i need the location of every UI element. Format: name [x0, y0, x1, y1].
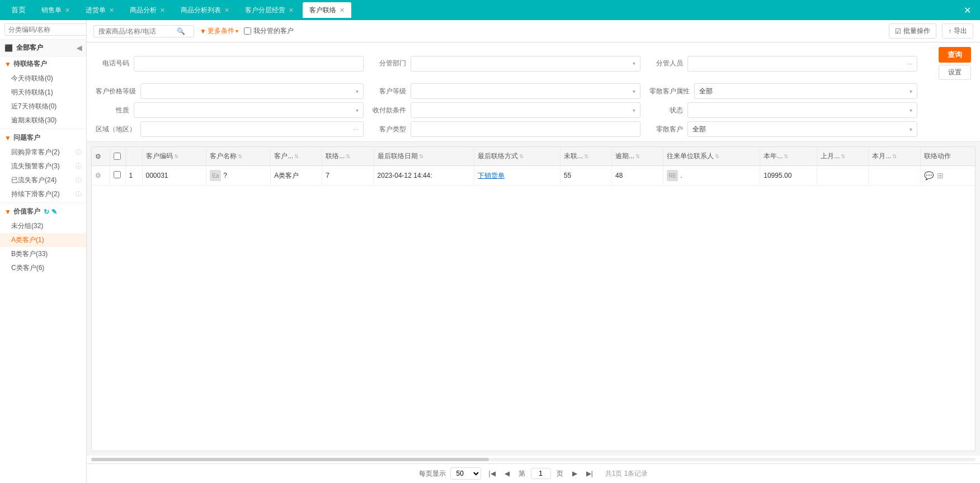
customer-level-select[interactable]: ▾	[411, 83, 640, 99]
scrollbar-thumb[interactable]	[91, 458, 489, 461]
top-nav: 首页 销售单 ✕ 进货单 ✕ 商品分析 ✕ 商品分析列表 ✕ 客户分层经营 ✕ …	[0, 0, 980, 20]
sidebar-item-class-a[interactable]: A类客户(1)	[0, 233, 86, 247]
col-overdue[interactable]: 逾期... ⇅	[612, 147, 663, 166]
phone-input[interactable]	[134, 56, 364, 72]
sidebar-collapse-icon[interactable]: ◀	[77, 44, 82, 52]
col-last-date[interactable]: 最后联络日期 ⇅	[374, 147, 474, 166]
sidebar-item-churn-warning[interactable]: 流失预警客户(3) ⓘ	[0, 159, 86, 173]
sidebar-item-class-c[interactable]: C类客户(6)	[0, 261, 86, 275]
contact-sort-icon: ⇅	[346, 153, 350, 159]
my-customers-checkbox[interactable]	[244, 27, 251, 35]
sidebar-search-input[interactable]	[4, 23, 87, 36]
nav-tab-customer-contact[interactable]: 客户联络 ✕	[303, 2, 351, 18]
page-number-input[interactable]	[531, 468, 551, 479]
close-customer-contact-tab[interactable]: ✕	[340, 7, 345, 14]
row-contact-cell: 7	[322, 166, 374, 186]
status-select[interactable]: ▾	[687, 102, 917, 118]
query-button[interactable]: 查询	[939, 47, 971, 63]
first-page-button[interactable]: |◀	[486, 468, 499, 479]
last-date-sort-icon: ⇅	[419, 153, 423, 159]
payment-select[interactable]: ▾	[411, 102, 640, 118]
sidebar-item-class-b[interactable]: B类客户(33)	[0, 247, 86, 261]
sidebar-section-problem[interactable]: ▼ 问题客户	[0, 130, 86, 145]
row-last-method-cell[interactable]: 下销货单	[474, 166, 560, 186]
filter-search-input[interactable]	[98, 27, 177, 35]
retail-attr-select[interactable]: 全部 ▾	[694, 83, 917, 99]
customer-type-input[interactable]	[411, 121, 640, 137]
manager-input[interactable]: ···	[687, 56, 917, 72]
customer-level-arrow: ▾	[633, 88, 635, 94]
row-checkbox[interactable]	[114, 171, 121, 178]
filter-search-box[interactable]: 🔍	[93, 25, 194, 37]
prev-page-button[interactable]: ◀	[501, 468, 513, 479]
page-suffix: 页	[553, 468, 567, 480]
sidebar-group-header[interactable]: ⬛ 全部客户 ◀	[0, 40, 86, 56]
sidebar-item-overdue[interactable]: 逾期未联络(30)	[0, 113, 86, 127]
filter-search-icon[interactable]: 🔍	[177, 27, 185, 35]
col-this-year[interactable]: 本年... ⇅	[760, 147, 817, 166]
col-unit-contact[interactable]: 往来单位联系人 ⇅	[663, 147, 760, 166]
sidebar-item-today[interactable]: 今天待联络(0)	[0, 72, 86, 86]
col-this-month[interactable]: 本月... ⇅	[869, 147, 920, 166]
close-customer-mgr-tab[interactable]: ✕	[289, 7, 294, 14]
sidebar: 🔍 ⬛ 全部客户 ◀ ▼ 待联络客户 今天待联络(0) 明天待联络(1) 近7天…	[0, 20, 87, 483]
next-page-button[interactable]: ▶	[569, 468, 581, 479]
select-all-checkbox[interactable]	[114, 153, 121, 160]
nature-select[interactable]: ▾	[134, 102, 364, 118]
gear-icon[interactable]: ⚙	[95, 153, 101, 160]
sidebar-item-tomorrow[interactable]: 明天待联络(1)	[0, 86, 86, 100]
col-checkbox[interactable]	[110, 147, 125, 166]
chat-action-icon[interactable]: 💬	[924, 171, 934, 180]
sidebar-section-value[interactable]: ▼ 价值客户 ↻ ✎	[0, 204, 86, 219]
scrollbar-track[interactable]	[91, 458, 976, 461]
close-analysis-tab[interactable]: ✕	[160, 7, 165, 14]
row-name-cell[interactable]: Ea ?	[206, 166, 271, 186]
last-method-link[interactable]: 下销货单	[478, 172, 505, 179]
per-page-select[interactable]: 50 100 200	[450, 467, 481, 480]
sidebar-item-abnormal[interactable]: 回购异常客户(2) ⓘ	[0, 145, 86, 159]
grid-action-icon[interactable]: ⊞	[937, 171, 944, 180]
nav-tab-analysis-list[interactable]: 商品分析列表 ✕	[174, 2, 236, 18]
last-page-button[interactable]: ▶|	[583, 468, 596, 479]
batch-operations-button[interactable]: ☑ 批量操作	[889, 23, 936, 39]
sidebar-section-pending[interactable]: ▼ 待联络客户	[0, 56, 86, 72]
row-gear-cell[interactable]: ⚙	[92, 166, 110, 186]
price-level-select[interactable]: ▾	[140, 83, 364, 99]
nav-tab-sales[interactable]: 销售单 ✕	[35, 2, 77, 18]
window-close-button[interactable]: ✕	[959, 5, 976, 16]
col-last-method[interactable]: 最后联络方式 ⇅	[474, 147, 560, 166]
row-this-year-cell: 10995.00	[760, 166, 817, 186]
sidebar-item-7days[interactable]: 近7天待联络(0)	[0, 100, 86, 113]
table-row: ⚙ 1 000031 Ea ? A类客户 7	[92, 166, 975, 186]
sidebar-item-churned[interactable]: 已流失客户(24) ⓘ	[0, 173, 86, 187]
value-edit-icon[interactable]: ✎	[51, 208, 57, 216]
filter-more-button[interactable]: ▼ 更多条件 ▾	[200, 26, 238, 36]
col-last-month[interactable]: 上月... ⇅	[817, 147, 869, 166]
filter-my-customers[interactable]: 我分管的客户	[244, 26, 294, 36]
close-sales-tab[interactable]: ✕	[65, 7, 70, 14]
nature-arrow: ▾	[356, 107, 359, 113]
col-no-contact[interactable]: 未联... ⇅	[560, 147, 611, 166]
customer-avatar: Ea	[210, 170, 221, 181]
sidebar-item-declining[interactable]: 持续下滑客户(2) ⓘ	[0, 187, 86, 201]
close-analysis-list-tab[interactable]: ✕	[224, 7, 229, 14]
dept-select[interactable]: ▾	[411, 56, 640, 72]
row-checkbox-cell[interactable]	[110, 166, 125, 186]
col-name[interactable]: 客户名称 ⇅	[206, 147, 271, 166]
col-code[interactable]: 客户编码 ⇅	[142, 147, 206, 166]
retail-customer-select[interactable]: 全部 ▾	[687, 121, 917, 137]
nav-tab-purchase[interactable]: 进货单 ✕	[79, 2, 121, 18]
setting-button[interactable]: 设置	[939, 65, 971, 80]
col-contact[interactable]: 联络... ⇅	[322, 147, 374, 166]
region-input[interactable]: ···	[140, 121, 364, 137]
value-refresh-icon[interactable]: ↻	[44, 208, 49, 216]
horizontal-scrollbar[interactable]	[87, 456, 980, 463]
export-button[interactable]: ↑ 导出	[942, 23, 973, 39]
nav-tab-analysis[interactable]: 商品分析 ✕	[123, 2, 172, 18]
nav-tab-home[interactable]: 首页	[4, 3, 32, 17]
col-gear[interactable]: ⚙	[92, 147, 110, 166]
sidebar-item-ungrouped[interactable]: 未分组(32)	[0, 219, 86, 233]
nav-tab-customer-mgr[interactable]: 客户分层经营 ✕	[238, 2, 300, 18]
col-type[interactable]: 客户... ⇅	[271, 147, 322, 166]
close-purchase-tab[interactable]: ✕	[109, 7, 114, 14]
